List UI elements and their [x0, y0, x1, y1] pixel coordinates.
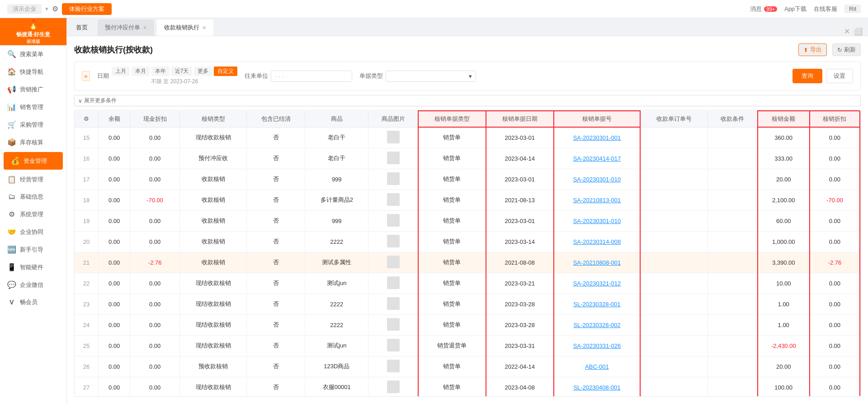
sidebar-item-sales[interactable]: 📊 销售管理 [0, 98, 66, 116]
col-header-goods-image: 商品图片 [368, 111, 418, 127]
cell-bill-no[interactable]: SA-20230414-017 [554, 148, 640, 169]
cell-goods-image [368, 190, 418, 210]
cell-bill-no[interactable]: SA-20210813-001 [554, 190, 640, 210]
cell-verify-type: 收款核销 [179, 210, 246, 231]
cell-bill-no[interactable]: SL-20230328-002 [554, 314, 640, 335]
sidebar-item-shortcut[interactable]: 🏠 快捷导航 [0, 63, 66, 81]
message-label: 消息 [750, 5, 762, 12]
sidebar-item-system[interactable]: ⚙ 系统管理 [0, 205, 66, 223]
app-download-link[interactable]: App下载 [784, 5, 807, 13]
cell-goods: 老白干 [305, 148, 368, 169]
layout: 🔥 畅捷通·好生意 标准版 🔍 搜索菜单 🏠 快捷导航 📢 营销推广 📊 销售管… [0, 18, 868, 404]
message-section[interactable]: 消息 99+ [750, 5, 777, 13]
cell-balance: 0.00 [98, 127, 130, 148]
online-service-link[interactable]: 在线客服 [814, 5, 837, 13]
cell-bill-no[interactable]: SA-20230301-010 [554, 210, 640, 231]
sidebar-item-label: 经营管理 [20, 176, 43, 184]
cell-goods-image [368, 148, 418, 169]
solution-button[interactable]: 体验行业方案 [62, 3, 112, 15]
filter-from-unit-input[interactable]: ··· [271, 71, 352, 82]
col-header-receipt-order-no: 收款单订单号 [640, 111, 708, 127]
filter-tag-custom[interactable]: 自定义 [214, 67, 237, 76]
cell-verify-type: 现结收款核销 [179, 314, 246, 335]
cell-bill-no[interactable]: SA-20210808-001 [554, 252, 640, 273]
sidebar-item-wechat[interactable]: 💬 企业微信 [0, 276, 66, 294]
tab-prepay-close-icon[interactable]: ✕ [143, 25, 147, 31]
query-button[interactable]: 查询 [793, 69, 822, 83]
filter-tag-this-year[interactable]: 本年 [151, 67, 170, 76]
cell-balance: 0.00 [98, 252, 130, 273]
sidebar-item-operation[interactable]: 📋 经营管理 [0, 171, 66, 188]
tab-collection-close-icon[interactable]: ✕ [202, 25, 206, 31]
cell-include-settled: 否 [247, 190, 305, 210]
cell-balance: 0.00 [98, 148, 130, 169]
cell-cash-discount: 0.00 [130, 169, 179, 190]
sidebar-item-finance[interactable]: 💰 资金管理 [4, 152, 63, 170]
refresh-icon: ↻ [837, 47, 842, 53]
cell-bill-date: 2023-03-28 [486, 314, 554, 335]
filter-tag-more[interactable]: 更多 [194, 67, 212, 76]
filter-date-tags-row: 上月 本月 本年 近7天 更多 自定义 [112, 67, 238, 76]
filter-receipt-type-select[interactable]: ▾ [386, 71, 476, 82]
filter-tag-this-month[interactable]: 本月 [132, 67, 150, 76]
expand-more-button[interactable]: ∨ 展开更多条件 [74, 95, 861, 106]
cell-num: 21 [75, 252, 98, 273]
cell-receipt-condition [708, 252, 757, 273]
top-bar-left: 演示企业 ▾ ⚙ 体验行业方案 [7, 3, 745, 15]
col-header-bill-no: 核销单据号 [554, 111, 640, 127]
sidebar-item-inventory[interactable]: 📦 库存核算 [0, 133, 66, 151]
sidebar-item-guide[interactable]: 🆕 新手引导 [0, 241, 66, 258]
col-header-include-settled: 包含已结清 [247, 111, 305, 127]
filter-tag-last-month[interactable]: 上月 [112, 67, 130, 76]
cell-bill-no[interactable]: SA-20230314-008 [554, 231, 640, 252]
refresh-button[interactable]: ↻ 刷新 [832, 43, 861, 56]
table-row: 15 0.00 0.00 现结收款核销 否 老白干 销货单 2023-03-01… [75, 127, 860, 148]
col-header-gear[interactable]: ⚙ [75, 111, 98, 127]
member-icon: V [7, 299, 16, 306]
settings-button[interactable]: 设置 [826, 69, 853, 83]
cell-verify-amount: -2,430.00 [758, 335, 810, 356]
sidebar-item-marketing[interactable]: 📢 营销推广 [0, 81, 66, 98]
hardware-icon: 📱 [7, 263, 16, 271]
cell-bill-no[interactable]: SA-20230301-001 [554, 127, 640, 148]
sidebar-item-search[interactable]: 🔍 搜索菜单 [0, 45, 66, 63]
filter-tag-7days[interactable]: 近7天 [171, 67, 193, 76]
sidebar-item-purchase[interactable]: 🛒 采购管理 [0, 116, 66, 133]
cell-verify-type: 现结收款核销 [179, 273, 246, 294]
filter-expand-button[interactable]: » [82, 71, 90, 81]
cell-verify-amount: 3,390.00 [758, 252, 810, 273]
export-icon: ⬆ [803, 47, 808, 53]
cell-bill-no[interactable]: SA-20230321-012 [554, 273, 640, 294]
tab-prepay[interactable]: 预付冲应付单 ✕ [98, 19, 154, 36]
dropdown-icon: ▾ [469, 73, 472, 80]
company-name: 演示企业 [7, 4, 42, 14]
top-bar-right: 消息 99+ App下载 在线客服 Rit [750, 5, 861, 13]
cell-bill-date: 2021-08-08 [486, 252, 554, 273]
cell-bill-no[interactable]: ABC-001 [554, 356, 640, 377]
sidebar-item-enterprise[interactable]: 🤝 企业协同 [0, 223, 66, 241]
cell-goods: 测试jun [305, 273, 368, 294]
cell-balance: 0.00 [98, 314, 130, 335]
tab-collection[interactable]: 收款核销执行 ✕ [157, 19, 213, 36]
window-expand-icon[interactable]: ⬜ [854, 27, 863, 36]
window-close-icon[interactable]: ✕ [844, 27, 850, 36]
sidebar-item-member[interactable]: V 畅会员 [0, 294, 66, 311]
cell-bill-no[interactable]: SA-20230301-010 [554, 169, 640, 190]
cell-balance: 0.00 [98, 190, 130, 210]
cell-verify-amount: 1,000.00 [758, 231, 810, 252]
sidebar-logo: 🔥 畅捷通·好生意 标准版 [0, 18, 66, 45]
user-name[interactable]: Rit [844, 5, 861, 13]
cell-bill-no[interactable]: SL-20230328-001 [554, 294, 640, 314]
dropdown-arrow-icon[interactable]: ▾ [45, 5, 48, 12]
cell-bill-no[interactable]: SA-20230331-026 [554, 335, 640, 356]
sidebar-item-basic[interactable]: 🗂 基础信息 [0, 188, 66, 205]
cell-bill-no[interactable]: SL-20230408-001 [554, 377, 640, 397]
sidebar-item-hardware[interactable]: 📱 智能硬件 [0, 258, 66, 276]
cell-verify-discount: 0.00 [810, 169, 860, 190]
tab-home[interactable]: 首页 [69, 19, 95, 36]
export-button[interactable]: ⬆ 导出 [798, 43, 827, 56]
settings-icon[interactable]: ⚙ [52, 5, 58, 13]
cell-verify-amount: 100.00 [758, 377, 810, 397]
sidebar-item-label: 系统管理 [20, 210, 43, 219]
cell-verify-discount: 0.00 [810, 377, 860, 397]
